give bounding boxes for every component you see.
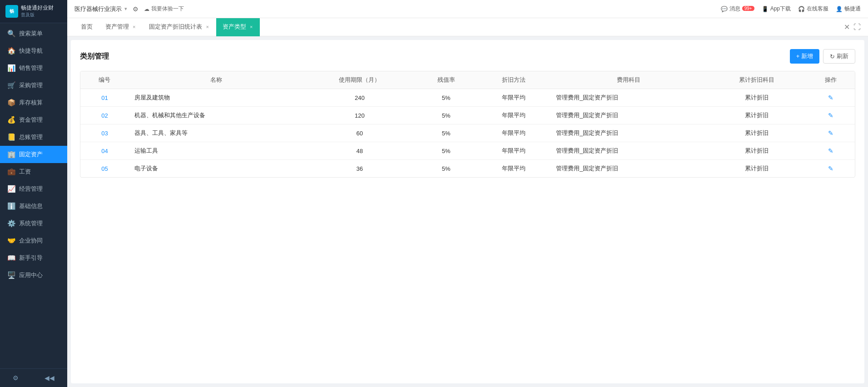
sidebar-item-label: 经营管理 (19, 185, 43, 193)
cell-action-3[interactable]: ✎ (806, 142, 855, 160)
col-header-action: 操作 (806, 71, 855, 89)
tab-home[interactable]: 首页 (74, 18, 99, 36)
experience-button[interactable]: ☁ 我要体验一下 (144, 5, 184, 13)
tab-depreciation-table-close[interactable]: × (205, 24, 209, 30)
tab-asset-mgmt-label: 资产管理 (105, 23, 129, 31)
cell-residual-rate-2: 5% (416, 124, 477, 142)
tab-asset-type[interactable]: 资产类型 × (216, 18, 260, 36)
cell-useful-life-1: 120 (304, 107, 416, 124)
cell-residual-rate-4: 5% (416, 160, 477, 178)
col-header-accumulated-subject: 累计折旧科目 (707, 71, 806, 89)
sidebar-item-quick-nav[interactable]: 🏠 快捷导航 (0, 42, 67, 60)
purchase-icon: 🛒 (7, 81, 15, 89)
inventory-icon: 📦 (7, 99, 15, 107)
col-header-residual-rate: 残值率 (416, 71, 477, 89)
enterprise-icon: 🤝 (7, 237, 15, 245)
category-table: 编号 名称 使用期限（月） 残值率 折旧方法 费用科目 累计折旧科目 操作 01… (80, 71, 855, 178)
col-header-depreciation-method: 折旧方法 (477, 71, 551, 89)
sidebar-item-app-center[interactable]: 🖥️ 应用中心 (0, 267, 67, 284)
table-header-row: 编号 名称 使用期限（月） 残值率 折旧方法 费用科目 累计折旧科目 操作 (80, 71, 855, 89)
sidebar-item-label: 新手引导 (19, 254, 43, 262)
salary-icon: 💼 (7, 168, 15, 176)
topbar-right: 💬 消息 99+ 📱 App下载 🎧 在线客服 👤 畅捷通 (721, 5, 861, 13)
basic-info-icon: ℹ️ (7, 202, 15, 210)
sidebar-item-fixed-assets[interactable]: 🏢 固定资产 (0, 146, 67, 163)
guide-icon: 📖 (7, 254, 15, 262)
sidebar-item-purchase[interactable]: 🛒 采购管理 (0, 77, 67, 94)
tabbar: 首页 资产管理 × 固定资产折旧统计表 × 资产类型 × ✕ ⛶ (67, 18, 868, 36)
col-header-code: 编号 (80, 71, 129, 89)
cell-action-1[interactable]: ✎ (806, 107, 855, 124)
fixed-assets-icon: 🏢 (7, 150, 15, 159)
sidebar-item-label: 工资 (19, 168, 31, 176)
tab-asset-type-label: 资产类型 (223, 23, 246, 31)
close-window-button[interactable]: ✕ (844, 23, 850, 31)
sidebar-item-inventory[interactable]: 📦 库存核算 (0, 94, 67, 111)
sidebar-item-salary[interactable]: 💼 工资 (0, 163, 67, 180)
header-actions: + 新增 ↻ 刷新 (790, 49, 855, 64)
sidebar-item-system[interactable]: ⚙️ 系统管理 (0, 215, 67, 232)
sidebar-item-ledger[interactable]: 📒 总账管理 (0, 129, 67, 146)
operations-icon: 📈 (7, 185, 15, 193)
sidebar-item-search[interactable]: 🔍 搜索菜单 (0, 25, 67, 42)
experience-label: 我要体验一下 (151, 5, 184, 13)
page-header: 类别管理 + 新增 ↻ 刷新 (80, 49, 855, 64)
sidebar-item-operations[interactable]: 📈 经营管理 (0, 180, 67, 198)
online-service-label: 在线客服 (807, 5, 828, 13)
cell-accumulated-subject-3: 累计折旧 (707, 142, 806, 160)
cell-accumulated-subject-1: 累计折旧 (707, 107, 806, 124)
company-name: 医疗器械行业演示 (74, 5, 122, 13)
sidebar-item-label: 快捷导航 (19, 47, 43, 55)
tab-asset-mgmt-close[interactable]: × (132, 24, 136, 30)
tab-depreciation-table[interactable]: 固定资产折旧统计表 × (143, 18, 216, 36)
edit-button-1[interactable]: ✎ (828, 112, 833, 119)
sidebar-item-label: 采购管理 (19, 81, 43, 89)
sidebar-item-capital[interactable]: 💰 资金管理 (0, 111, 67, 129)
cell-action-4[interactable]: ✎ (806, 160, 855, 178)
messages-button[interactable]: 💬 消息 99+ (721, 5, 754, 13)
cell-code-4: 05 (80, 160, 129, 178)
settings-button[interactable]: ⚙ (133, 5, 139, 13)
cell-useful-life-2: 60 (304, 124, 416, 142)
app-download-button[interactable]: 📱 App下载 (762, 5, 791, 13)
cell-useful-life-3: 48 (304, 142, 416, 160)
edit-button-3[interactable]: ✎ (828, 147, 833, 154)
sidebar-item-enterprise[interactable]: 🤝 企业协同 (0, 232, 67, 249)
search-icon: 🔍 (7, 30, 15, 38)
sidebar-settings-button[interactable]: ⚙ (9, 372, 22, 383)
system-icon: ⚙️ (7, 219, 15, 228)
sidebar-collapse-button[interactable]: ◀◀ (41, 372, 58, 383)
refresh-label: 刷新 (837, 52, 848, 60)
cell-code-2: 03 (80, 124, 129, 142)
user-button[interactable]: 👤 畅捷通 (836, 5, 861, 13)
sidebar-item-sales[interactable]: 📊 销售管理 (0, 60, 67, 77)
table-row: 03 器具、工具、家具等 60 5% 年限平均 管理费用_固定资产折旧 累计折旧… (80, 124, 855, 142)
sidebar-item-basic-info[interactable]: ℹ️ 基础信息 (0, 198, 67, 215)
tab-asset-mgmt[interactable]: 资产管理 × (99, 18, 143, 36)
add-button[interactable]: + 新增 (790, 49, 819, 64)
cell-name-0: 房屋及建筑物 (129, 89, 304, 107)
edit-button-4[interactable]: ✎ (828, 165, 833, 172)
edit-button-2[interactable]: ✎ (828, 129, 833, 137)
online-service-button[interactable]: 🎧 在线客服 (798, 5, 828, 13)
cell-useful-life-4: 36 (304, 160, 416, 178)
cloud-icon: ☁ (144, 6, 149, 12)
refresh-button[interactable]: ↻ 刷新 (823, 49, 855, 64)
cell-action-0[interactable]: ✎ (806, 89, 855, 107)
company-selector[interactable]: 医疗器械行业演示 ▾ (74, 5, 127, 13)
col-header-name: 名称 (129, 71, 304, 89)
maximize-window-button[interactable]: ⛶ (853, 23, 861, 31)
cell-code-1: 02 (80, 107, 129, 124)
cell-expense-subject-2: 管理费用_固定资产折旧 (551, 124, 707, 142)
logo-icon: 畅 (5, 5, 18, 18)
tab-asset-type-close[interactable]: × (249, 24, 253, 30)
capital-icon: 💰 (7, 116, 15, 124)
home-icon: 🏠 (7, 47, 15, 55)
cell-expense-subject-4: 管理费用_固定资产折旧 (551, 160, 707, 178)
cell-action-2[interactable]: ✎ (806, 124, 855, 142)
edit-button-0[interactable]: ✎ (828, 94, 833, 101)
cell-residual-rate-1: 5% (416, 107, 477, 124)
message-badge: 99+ (742, 6, 754, 11)
app-center-icon: 🖥️ (7, 271, 15, 279)
sidebar-item-guide[interactable]: 📖 新手引导 (0, 249, 67, 267)
